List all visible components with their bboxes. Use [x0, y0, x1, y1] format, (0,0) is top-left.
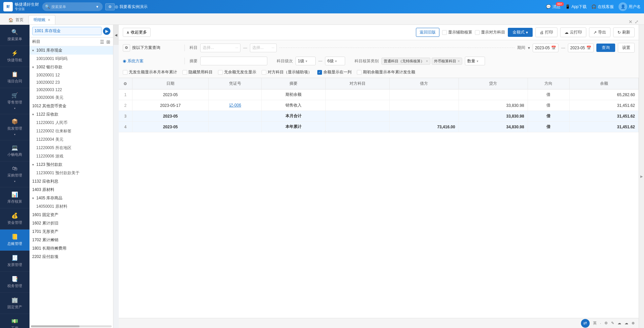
- cloud-print-btn[interactable]: ☁ 云打印: [560, 27, 586, 37]
- bottom-settings-icon[interactable]: ⚙: [604, 321, 608, 325]
- return-old-btn[interactable]: 返回旧版: [416, 28, 439, 37]
- sidebar-item-retail[interactable]: 🛒 零售管理 ▾: [0, 88, 30, 114]
- tree-node-11220002[interactable]: 11220002 往来标签: [30, 127, 113, 135]
- collapse-panel-btn[interactable]: ◀: [113, 25, 119, 45]
- tree-node-1801[interactable]: 1801 长期待摊费用: [30, 244, 113, 253]
- system-scheme-label[interactable]: 系统方案: [127, 58, 144, 64]
- tree-node-1702[interactable]: 1702 累计摊销: [30, 236, 113, 244]
- tree-node-1602[interactable]: 1602 累计折旧: [30, 219, 113, 227]
- tree-node-10020002[interactable]: 10020002 23: [30, 79, 113, 86]
- bottom-cloud-icon[interactable]: ☁: [618, 321, 621, 325]
- demo-link[interactable]: ◎ 我要看实例演示: [115, 4, 148, 10]
- tree-node-1122[interactable]: ▾ 1122 应收款: [30, 110, 113, 119]
- sidebar-item-inventory[interactable]: 📊 库存核算: [0, 187, 30, 208]
- sidebar-item-wholesale[interactable]: 📦 批发管理 ▾: [0, 114, 30, 140]
- cb-hide-disabled[interactable]: 隐藏禁用科目: [182, 69, 213, 75]
- tree-node-11220001[interactable]: 11220001 人民币: [30, 119, 113, 127]
- tree-node-10020003[interactable]: 10020003 122: [30, 86, 113, 93]
- tab-close-icon[interactable]: ✕: [48, 18, 50, 22]
- tree-node-1012[interactable]: 1012 其他货币资金: [30, 102, 113, 110]
- bottom-cloud2-icon[interactable]: ☁: [625, 321, 628, 325]
- show-aux-checkbox[interactable]: 显示辅助核算: [442, 29, 472, 35]
- tree-node-14050001[interactable]: 14050001 原材料: [30, 202, 113, 211]
- search-box[interactable]: 🔍 ▾: [42, 2, 103, 11]
- scheme-icon[interactable]: ⚙: [123, 44, 130, 52]
- tag-remove-normal[interactable]: ×: [426, 59, 428, 63]
- message-btn[interactable]: 💬 消息 99+: [546, 4, 560, 10]
- cb-year-bal[interactable]: 期初余额显示本年累计发生额: [357, 69, 415, 75]
- tree-node-1132[interactable]: 1132 应收利息: [30, 177, 113, 186]
- sidebar-item-search[interactable]: 🔍 搜索菜单: [0, 25, 30, 46]
- tree-node-1001[interactable]: ▾ 1001 库存现金: [30, 46, 113, 55]
- sidebar-item-ecommerce[interactable]: 💻 小畅电商: [0, 140, 30, 161]
- tree-node-10020006[interactable]: 10020006 美元: [30, 93, 113, 102]
- summary-input[interactable]: [200, 57, 267, 65]
- cb-no-balance2[interactable]: 无余额无发生显示: [218, 69, 256, 75]
- export-btn[interactable]: ↗ 导出: [589, 27, 610, 37]
- tree-node-1601[interactable]: 1601 固定资产: [30, 211, 113, 219]
- tab-home[interactable]: 🏠 首页: [3, 15, 29, 24]
- sidebar-item-capital[interactable]: 💰 资金管理: [0, 208, 30, 229]
- tree-node-11220005[interactable]: 11220005 所在地区: [30, 144, 113, 152]
- tree-node-11220004[interactable]: 11220004 美元: [30, 135, 113, 144]
- right-collapse-btn[interactable]: ▶: [639, 25, 644, 328]
- selected-account[interactable]: 1001 库存现金: [32, 27, 102, 35]
- tab-maximize[interactable]: ⤢: [635, 19, 639, 24]
- period-end-input[interactable]: 2023-05 📅: [568, 44, 594, 52]
- app-download-btn[interactable]: 📱 App下载: [565, 4, 587, 10]
- sidebar-item-quick-nav[interactable]: ⚡ 快捷导航: [0, 46, 30, 67]
- user-profile[interactable]: 👤 用户名: [619, 2, 641, 11]
- filter-settings-btn[interactable]: 设置: [618, 43, 635, 53]
- query-btn[interactable]: 查询: [596, 44, 615, 52]
- currency-btn[interactable]: 金额式 ▾: [508, 28, 533, 37]
- sidebar-item-fixed-assets[interactable]: 🏢 固定资产: [0, 293, 30, 314]
- quantity-field[interactable]: 数量 ▾: [465, 57, 485, 65]
- switch-btn[interactable]: ⇄: [581, 319, 590, 328]
- tag-remove-foreign[interactable]: ×: [458, 59, 460, 63]
- bottom-edit-icon[interactable]: ✎: [611, 321, 614, 325]
- cb-contra[interactable]: 对方科目（显示辅助项）: [262, 69, 312, 75]
- level-start[interactable]: 1级 ▾: [296, 57, 316, 65]
- sidebar-item-project[interactable]: 📋 项目合同: [0, 67, 30, 88]
- subject-end-input[interactable]: 选择... ···: [250, 44, 277, 52]
- sidebar-item-tax[interactable]: 📑 税务管理: [0, 272, 30, 293]
- tree-node-1403[interactable]: 1403 原材料: [30, 186, 113, 194]
- tree-node-1701[interactable]: 1701 无形资产: [30, 227, 113, 236]
- cb-one-col[interactable]: ✓ 余额显示在一列: [317, 69, 352, 75]
- online-service-btn[interactable]: 🎧 在线客服: [591, 4, 614, 10]
- tree-node-1002[interactable]: ▾ 1002 银行存款: [30, 63, 113, 71]
- tree-node-10010001[interactable]: 10010001 吗吗吗: [30, 55, 113, 63]
- refresh-btn[interactable]: ↻ 刷新: [613, 27, 635, 37]
- sidebar-item-purchase[interactable]: 🛍 采购管理 ▾: [0, 161, 30, 187]
- dropdown-icon[interactable]: ▾: [96, 4, 98, 9]
- search-input[interactable]: [51, 5, 95, 9]
- cb-no-balance[interactable]: 无发生额显示本月本年累计: [123, 69, 177, 75]
- cloud-icon: ☁: [565, 30, 569, 35]
- th-settings[interactable]: ⚙: [119, 78, 132, 89]
- tree-node-1123[interactable]: ▾ 1123 预付款款: [30, 160, 113, 169]
- columns-icon[interactable]: ☰: [100, 39, 104, 45]
- filter-icon[interactable]: ⊞: [106, 39, 110, 45]
- show-contra-checkbox[interactable]: 显示对方科目: [475, 29, 505, 35]
- subject-input[interactable]: 选择... ···: [200, 44, 240, 52]
- level-end[interactable]: 6级 ▾: [325, 57, 345, 65]
- sidebar-item-general-ledger[interactable]: 📒 总账管理: [0, 229, 30, 251]
- tree-node-2202[interactable]: 2202 应付款项: [30, 253, 113, 261]
- lang-label[interactable]: 英: [593, 321, 597, 326]
- period-dropdown[interactable]: ▾: [528, 46, 530, 50]
- tab-detail[interactable]: 明细账 ✕: [29, 15, 55, 24]
- bottom-add-icon[interactable]: ⊕: [632, 321, 635, 325]
- sidebar-item-payroll[interactable]: 💵 工资: [0, 314, 30, 328]
- period-start-input[interactable]: 2023-05 📅: [533, 44, 558, 52]
- tree-node-1405[interactable]: ▾ 1405 库存商品: [30, 194, 113, 202]
- collapse-more-btn[interactable]: ∧ 收起更多: [123, 28, 151, 37]
- tree-node-11230001[interactable]: 11230001 预付款款美于: [30, 169, 113, 177]
- tree-node-11220006[interactable]: 11220006 游戏: [30, 152, 113, 160]
- settings-btn[interactable]: ⚙: [105, 3, 115, 10]
- tree-node-10020001[interactable]: 10020001 12: [30, 71, 113, 79]
- print-btn[interactable]: 🖨 打印: [535, 27, 557, 37]
- row-voucher[interactable]: 记-006: [209, 100, 262, 111]
- sidebar-item-invoice[interactable]: 🧾 发票管理: [0, 251, 30, 272]
- tab-close-all[interactable]: ✕: [629, 19, 633, 24]
- next-account-btn[interactable]: ▶: [103, 27, 110, 35]
